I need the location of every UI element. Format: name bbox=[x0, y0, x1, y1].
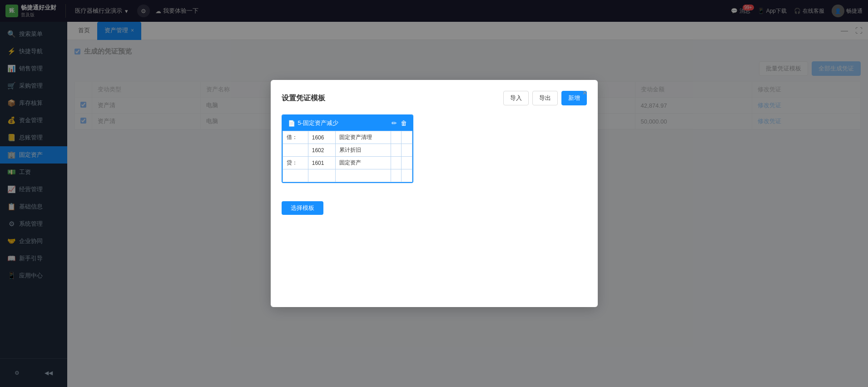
template-cell-name bbox=[335, 169, 391, 182]
template-card: 📄 5-固定资产减少 ✏ 🗑 bbox=[282, 114, 413, 183]
modal-header: 设置凭证模板 导入 导出 新增 bbox=[282, 91, 587, 105]
template-row bbox=[283, 169, 412, 182]
template-cell-col3 bbox=[391, 157, 401, 169]
template-cell-col4 bbox=[402, 169, 412, 182]
select-template-container: 选择模板 bbox=[282, 192, 587, 215]
import-btn[interactable]: 导入 bbox=[503, 91, 529, 105]
template-cell-col4 bbox=[402, 131, 412, 144]
template-card-header: 📄 5-固定资产减少 ✏ 🗑 bbox=[283, 115, 412, 131]
select-template-btn[interactable]: 选择模板 bbox=[282, 201, 323, 215]
template-cell-col3 bbox=[391, 131, 401, 144]
template-row: 借： 1606 固定资产清理 bbox=[283, 131, 412, 144]
template-cell-direction: 借： bbox=[283, 131, 308, 144]
export-btn[interactable]: 导出 bbox=[532, 91, 558, 105]
template-title: 5-固定资产减少 bbox=[298, 119, 339, 127]
template-cell-col3 bbox=[391, 144, 401, 157]
template-cell-name: 固定资产 bbox=[335, 157, 391, 169]
modal-title: 设置凭证模板 bbox=[282, 94, 325, 103]
template-cell-col4 bbox=[402, 144, 412, 157]
template-cell-code bbox=[308, 169, 335, 182]
template-cell-name: 累计折旧 bbox=[335, 144, 391, 157]
template-card-body: 借： 1606 固定资产清理 1602 bbox=[283, 131, 412, 182]
modal-overlay: 设置凭证模板 导入 导出 新增 × bbox=[67, 22, 868, 387]
template-card-actions: ✏ 🗑 bbox=[392, 119, 407, 127]
template-cell-code: 1602 bbox=[308, 144, 335, 157]
template-cell-direction: 贷： bbox=[283, 157, 308, 169]
modal-body: 📄 5-固定资产减少 ✏ 🗑 bbox=[282, 114, 587, 296]
modal-toolbar: 导入 导出 新增 bbox=[503, 91, 587, 105]
delete-icon[interactable]: 🗑 bbox=[401, 119, 407, 127]
modal-dialog: 设置凭证模板 导入 导出 新增 × bbox=[271, 80, 598, 307]
template-table: 借： 1606 固定资产清理 1602 bbox=[283, 131, 412, 182]
template-doc-icon: 📄 bbox=[288, 120, 295, 127]
template-cell-name: 固定资产清理 bbox=[335, 131, 391, 144]
template-card-header-left: 📄 5-固定资产减少 bbox=[288, 119, 339, 127]
template-row: 贷： 1601 固定资产 bbox=[283, 157, 412, 169]
template-cell-direction bbox=[283, 169, 308, 182]
template-cell-code: 1606 bbox=[308, 131, 335, 144]
content-area: 首页 资产管理 × — ⛶ 生 bbox=[67, 22, 868, 387]
template-cell-direction bbox=[283, 144, 308, 157]
template-cell-code: 1601 bbox=[308, 157, 335, 169]
edit-icon[interactable]: ✏ bbox=[392, 119, 397, 127]
template-cell-col4 bbox=[402, 157, 412, 169]
close-icon: × bbox=[582, 88, 587, 98]
template-row: 1602 累计折旧 bbox=[283, 144, 412, 157]
modal-close-btn[interactable]: × bbox=[580, 87, 590, 98]
template-cell-col3 bbox=[391, 169, 401, 182]
